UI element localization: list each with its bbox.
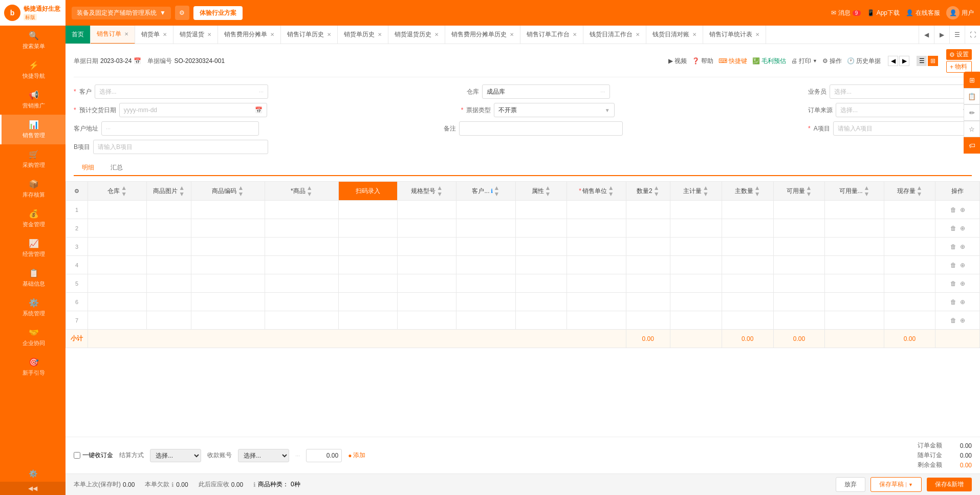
row-7-avail2[interactable]: [825, 311, 884, 330]
sort-spec[interactable]: ▲▼: [437, 185, 443, 197]
row-7-image[interactable]: [147, 311, 191, 330]
nav-prev-btn[interactable]: ◀: [888, 56, 898, 66]
sort-warehouse[interactable]: ▲▼: [121, 185, 127, 197]
tab-summary[interactable]: 汇总: [102, 160, 131, 176]
th-main-qty[interactable]: 主数量 ▲▼: [722, 182, 773, 201]
sidebar-item-base-info[interactable]: 📋 基础信息: [0, 263, 66, 293]
row-5-avail2[interactable]: [825, 274, 884, 293]
tab-daily-reconcile[interactable]: 钱货日清对账 ✕: [646, 26, 703, 44]
invoice-type-select[interactable]: 不开票 ▼: [494, 103, 614, 117]
row-2-customer-code[interactable]: [456, 219, 515, 238]
row-3-code[interactable]: [191, 238, 265, 256]
message-btn[interactable]: ✉ 消息 9: [831, 9, 861, 17]
row-3-unit[interactable]: [567, 238, 626, 256]
warehouse-more-icon[interactable]: ···: [600, 89, 605, 95]
edge-btn-edit[interactable]: ✏: [964, 104, 980, 121]
row-5-stock[interactable]: [884, 274, 935, 293]
add-payment-btn[interactable]: ● 添加: [348, 451, 365, 460]
tab-detail[interactable]: 明细: [74, 160, 102, 176]
info-icon[interactable]: ℹ: [491, 188, 493, 195]
row-2-image[interactable]: [147, 219, 191, 238]
row-3-stock[interactable]: [884, 238, 935, 256]
row-2-main-calc[interactable]: [670, 219, 722, 238]
row-5-unit[interactable]: [567, 274, 626, 293]
sort-avail[interactable]: ▲▼: [806, 185, 812, 197]
payment-amount-input[interactable]: [306, 449, 342, 462]
row-6-main-qty[interactable]: [722, 293, 773, 311]
th-unit[interactable]: * 销售单位 ▲▼: [567, 182, 626, 201]
tab-order-workbench-close[interactable]: ✕: [573, 32, 577, 37]
row-3-attr[interactable]: [515, 238, 567, 256]
row-5-delete-icon[interactable]: 🗑: [950, 280, 956, 287]
row-4-main-qty[interactable]: [722, 256, 773, 274]
tab-sales-fee-split-close[interactable]: ✕: [270, 32, 274, 37]
quick-settlement-check[interactable]: [74, 452, 80, 459]
row-2-goods[interactable]: [265, 219, 338, 238]
operation-btn[interactable]: ⚙ 操作: [822, 57, 842, 66]
warehouse-input[interactable]: 成品库 ···: [482, 84, 610, 99]
tab-order-workbench[interactable]: 销售订单工作台 ✕: [520, 26, 583, 44]
tab-sales-stats-close[interactable]: ✕: [755, 32, 759, 37]
sidebar-item-purchase[interactable]: 🛒 采购管理: [0, 144, 66, 174]
sort-customer-code[interactable]: ▲▼: [494, 185, 500, 197]
remark-input[interactable]: [459, 121, 623, 136]
row-3-scan[interactable]: [338, 238, 397, 256]
row-5-qty2[interactable]: [626, 274, 670, 293]
print-btn[interactable]: 🖨 打印 ▼: [791, 57, 817, 66]
row-5-main-calc[interactable]: [670, 274, 722, 293]
tab-slip-history-close[interactable]: ✕: [378, 32, 382, 37]
row-4-code[interactable]: [191, 256, 265, 274]
row-1-goods[interactable]: [265, 201, 338, 219]
staff-input[interactable]: 选择...: [830, 84, 972, 99]
sort-attr[interactable]: ▲▼: [545, 185, 551, 197]
row-4-avail[interactable]: [773, 256, 825, 274]
row-1-unit[interactable]: [567, 201, 626, 219]
tab-daily-workbench[interactable]: 钱货日清工作台 ✕: [583, 26, 646, 44]
tab-sales-order-close[interactable]: ✕: [124, 31, 128, 37]
save-draft-dropdown-icon[interactable]: ▼: [906, 482, 913, 487]
discard-btn[interactable]: 放弃: [836, 477, 865, 492]
current-save-info-icon[interactable]: ℹ: [171, 481, 174, 488]
row-5-code[interactable]: [191, 274, 265, 293]
row-6-delete-icon[interactable]: 🗑: [950, 298, 956, 306]
view-btn[interactable]: ▶ 视频: [668, 57, 687, 66]
account-more-icon[interactable]: ···: [295, 453, 300, 459]
row-1-main-qty[interactable]: [722, 201, 773, 219]
row-2-code[interactable]: [191, 219, 265, 238]
quick-settlement-checkbox[interactable]: 一键收订金: [74, 451, 113, 460]
row-1-stock[interactable]: [884, 201, 935, 219]
row-1-avail2[interactable]: [825, 201, 884, 219]
row-7-spec[interactable]: [398, 311, 456, 330]
row-7-avail[interactable]: [773, 311, 825, 330]
row-7-copy-icon[interactable]: ⊕: [960, 317, 965, 324]
row-2-stock[interactable]: [884, 219, 935, 238]
sidebar-settings-btn[interactable]: ⚙️: [0, 465, 66, 482]
th-qty2[interactable]: 数量2 ▲▼: [626, 182, 670, 201]
row-6-image[interactable]: [147, 293, 191, 311]
row-2-copy-icon[interactable]: ⊕: [960, 225, 965, 232]
sort-main-qty[interactable]: ▲▼: [754, 185, 760, 197]
row-3-copy-icon[interactable]: ⊕: [960, 243, 965, 250]
row-3-spec[interactable]: [398, 238, 456, 256]
tab-sales-return-close[interactable]: ✕: [207, 32, 211, 37]
th-goods[interactable]: *商品 ▲▼: [265, 182, 338, 201]
tab-daily-workbench-close[interactable]: ✕: [636, 32, 640, 37]
sidebar-item-management[interactable]: 📈 经营管理: [0, 233, 66, 263]
sidebar-item-marketing[interactable]: 📢 营销推广: [0, 85, 66, 115]
tab-sales-fee-split[interactable]: 销售费用分摊单 ✕: [218, 26, 281, 44]
app-download-btn[interactable]: 📱 App下载: [867, 9, 900, 17]
row-4-unit[interactable]: [567, 256, 626, 274]
help-btn[interactable]: ❓ 帮助: [692, 57, 713, 66]
row-4-stock[interactable]: [884, 256, 935, 274]
th-main-calc[interactable]: 主计量 ▲▼: [670, 182, 722, 201]
edge-btn-clipboard[interactable]: 📋: [964, 88, 980, 104]
row-2-attr[interactable]: [515, 219, 567, 238]
row-3-warehouse[interactable]: [88, 238, 147, 256]
row-3-goods[interactable]: [265, 238, 338, 256]
row-6-avail2[interactable]: [825, 293, 884, 311]
nav-next-btn[interactable]: ▶: [899, 56, 909, 66]
tab-fullscreen-btn[interactable]: ⛶: [965, 26, 980, 44]
sidebar-item-enterprise[interactable]: 🤝 企业协同: [0, 322, 66, 352]
row-4-delete-icon[interactable]: 🗑: [950, 262, 956, 269]
row-6-copy-icon[interactable]: ⊕: [960, 298, 965, 306]
